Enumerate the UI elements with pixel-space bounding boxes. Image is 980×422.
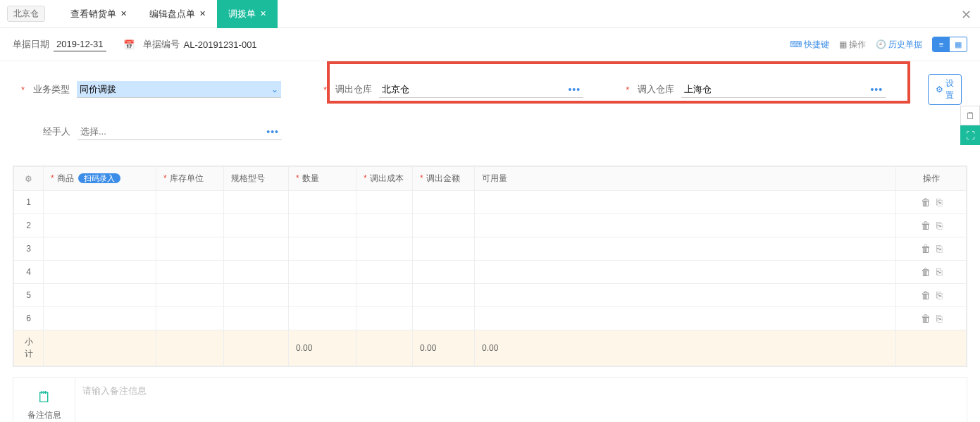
delete-icon[interactable]: 🗑 (921, 220, 931, 231)
tab-label: 调拨单 (228, 8, 256, 20)
row-number: 5 (14, 284, 44, 307)
col-amount: *调出金额 (413, 167, 475, 191)
table-row[interactable]: 3🗑⎘ (14, 237, 967, 261)
history-icon: 🕘 (876, 39, 886, 49)
handler-label: 经手人 (28, 125, 70, 138)
copy-icon[interactable]: ⎘ (936, 313, 942, 324)
gear-icon[interactable]: ⚙ (25, 174, 32, 184)
table-row[interactable]: 6🗑⎘ (14, 307, 967, 330)
subtotal-qty: 0.00 (289, 330, 356, 366)
date-label: 单据日期 (13, 38, 49, 51)
tab-label: 查看销货单 (70, 8, 116, 20)
subtotal-avail: 0.00 (475, 330, 896, 366)
remark-sidebar: 🗒 备注信息 (13, 378, 75, 422)
col-spec: 规格型号 (224, 167, 289, 191)
docno-value: AL-20191231-001 (184, 39, 257, 50)
view-grid-button[interactable]: ▦ (950, 37, 967, 51)
row-number: 4 (14, 261, 44, 284)
col-cost: *调出成本 (356, 167, 413, 191)
view-toggle: ≡ ▦ (932, 37, 967, 52)
tab-bar: 北京仓 查看销货单 ✕ 编辑盘点单 ✕ 调拨单 ✕ ✕ (0, 0, 980, 28)
required-mark: * (21, 85, 25, 95)
handler-input[interactable] (77, 123, 282, 140)
remark-label: 备注信息 (27, 409, 61, 421)
date-value[interactable]: 2019-12-31 (54, 37, 106, 51)
remark-input[interactable] (75, 378, 967, 422)
delete-icon[interactable]: 🗑 (921, 243, 931, 254)
delete-icon[interactable]: 🗑 (921, 290, 931, 301)
note-icon: 🗒 (37, 388, 52, 407)
col-avail: 可用量 (475, 167, 896, 191)
close-icon[interactable]: ✕ (120, 9, 127, 18)
subtotal-row: 小计 0.00 0.00 0.00 (14, 330, 967, 366)
more-icon[interactable]: ••• (266, 126, 279, 137)
in-warehouse-label: 调入仓库 (632, 83, 674, 96)
subtotal-amount: 0.00 (413, 330, 475, 366)
table-row[interactable]: 2🗑⎘ (14, 214, 967, 237)
close-icon[interactable]: ✕ (260, 9, 266, 18)
history-link[interactable]: 🕘历史单据 (876, 39, 922, 51)
copy-icon[interactable]: ⎘ (936, 290, 942, 301)
grid-icon: ▦ (839, 39, 847, 49)
biztype-field: * 业务类型 ⌄ (21, 74, 281, 105)
col-unit: *库存单位 (156, 167, 224, 191)
col-product: *商品扫码录入 (44, 167, 156, 191)
side-tabs: 🗒 ⛶ (960, 106, 980, 145)
calendar-icon[interactable]: 📅 (123, 39, 135, 50)
operate-link[interactable]: ▦操作 (839, 39, 866, 51)
remark-area: 🗒 备注信息 (13, 377, 967, 422)
row-number: 1 (14, 191, 44, 214)
more-icon[interactable]: ••• (870, 84, 883, 95)
required-mark: * (323, 85, 327, 95)
tab-edit-inventory[interactable]: 编辑盘点单 ✕ (138, 0, 217, 28)
keyboard-icon: ⌨ (790, 39, 802, 49)
biztype-label: 业务类型 (27, 83, 70, 96)
tab-view-sales[interactable]: 查看销货单 ✕ (59, 0, 138, 28)
copy-icon[interactable]: ⎘ (936, 220, 942, 231)
in-warehouse-field: * 调入仓库 ••• (626, 74, 886, 105)
copy-icon[interactable]: ⎘ (936, 243, 942, 254)
close-icon[interactable]: ✕ (199, 9, 206, 18)
gear-icon: ⚙ (936, 85, 943, 94)
in-warehouse-input[interactable] (681, 81, 886, 98)
delete-icon[interactable]: 🗑 (921, 266, 931, 278)
side-tab-expand[interactable]: ⛶ (960, 125, 980, 145)
row-number: 6 (14, 307, 44, 330)
side-tab-note[interactable]: 🗒 (960, 106, 980, 125)
view-list-button[interactable]: ≡ (933, 37, 950, 51)
docno-label: 单据编号 (143, 38, 180, 51)
delete-icon[interactable]: 🗑 (921, 197, 931, 208)
tab-transfer[interactable]: 调拨单 ✕ (217, 0, 278, 28)
row-number: 3 (14, 237, 44, 261)
form-area: * 业务类型 ⌄ * 调出仓库 ••• * 调入仓库 ••• ⚙设置 经手人 •… (0, 61, 980, 166)
table-header-row: ⚙ *商品扫码录入 *库存单位 规格型号 *数量 *调出成本 *调出金额 可用量… (14, 167, 967, 191)
delete-icon[interactable]: 🗑 (921, 313, 931, 324)
table-row[interactable]: 1🗑⎘ (14, 191, 967, 214)
col-qty: *数量 (289, 167, 356, 191)
table-row[interactable]: 5🗑⎘ (14, 284, 967, 307)
items-table: ⚙ *商品扫码录入 *库存单位 规格型号 *数量 *调出成本 *调出金额 可用量… (13, 166, 967, 367)
row-number: 2 (14, 214, 44, 237)
warehouse-tag[interactable]: 北京仓 (7, 6, 45, 22)
biztype-input[interactable] (77, 81, 281, 98)
table-row[interactable]: 4🗑⎘ (14, 261, 967, 284)
more-icon[interactable]: ••• (568, 84, 581, 95)
out-warehouse-label: 调出仓库 (330, 83, 372, 96)
shortcut-link[interactable]: ⌨快捷键 (790, 39, 829, 51)
col-op: 操作 (896, 167, 967, 191)
tab-label: 编辑盘点单 (149, 8, 195, 20)
doc-header: 单据日期 2019-12-31 📅 单据编号 AL-20191231-001 ⌨… (0, 28, 980, 61)
settings-button[interactable]: ⚙设置 (928, 74, 962, 105)
window-close-icon[interactable]: ✕ (961, 7, 972, 23)
copy-icon[interactable]: ⎘ (936, 197, 942, 208)
out-warehouse-field: * 调出仓库 ••• (323, 74, 583, 105)
subtotal-label: 小计 (14, 330, 44, 366)
handler-field: 经手人 ••• (21, 123, 282, 140)
required-mark: * (626, 85, 629, 95)
scan-badge[interactable]: 扫码录入 (78, 173, 120, 183)
out-warehouse-input[interactable] (379, 81, 583, 98)
copy-icon[interactable]: ⎘ (936, 266, 942, 278)
